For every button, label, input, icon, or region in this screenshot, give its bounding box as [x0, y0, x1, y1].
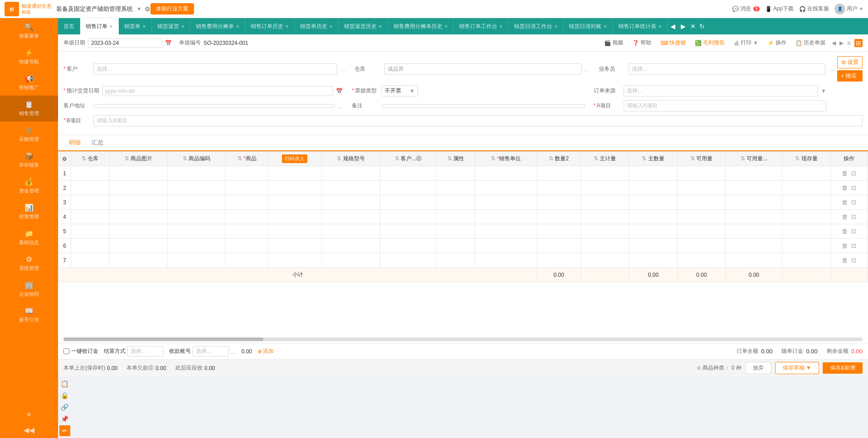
system-dropdown-icon[interactable]: ▼ [136, 6, 142, 12]
table-cell[interactable] [475, 224, 537, 239]
table-cell[interactable] [726, 224, 782, 239]
clerk-input[interactable]: 选择... [629, 63, 826, 75]
discard-btn[interactable]: 放弃 [745, 362, 771, 374]
sidebar-item-inventory[interactable]: 📦 库存核算 [0, 147, 58, 173]
table-cell[interactable] [475, 195, 537, 210]
save-new-btn[interactable]: 保存&新增 [823, 362, 863, 374]
table-cell[interactable] [71, 224, 110, 239]
add-logistics-btn[interactable]: + 物流 [837, 70, 863, 82]
table-cell[interactable] [226, 239, 268, 253]
delete-row-btn[interactable]: 🗑 [841, 241, 849, 250]
tab-cash-reconcile[interactable]: 钱货日清对账 ✕ [563, 18, 613, 34]
address-dots[interactable]: ... [337, 102, 343, 110]
table-cell[interactable] [380, 210, 436, 224]
copy-row-btn[interactable]: ⊡ [850, 241, 857, 250]
calendar-icon[interactable]: 📅 [165, 40, 172, 46]
table-cell[interactable] [71, 239, 110, 253]
order-source-input[interactable]: 选择... [624, 85, 819, 96]
rp-icon-3[interactable]: 🔗 [59, 402, 70, 413]
b-project-input[interactable]: 请输入B项目 [93, 115, 863, 126]
table-cell[interactable] [677, 210, 726, 224]
view-btn[interactable]: 🎬 视频 [601, 38, 626, 48]
table-cell[interactable] [322, 195, 380, 210]
table-cell[interactable] [436, 181, 475, 195]
account-select[interactable]: 选择... [193, 346, 229, 356]
sidebar-item-search[interactable]: 🔍 搜索菜单 [0, 18, 58, 44]
sidebar-item-guide[interactable]: 📖 新手引导 [0, 302, 58, 328]
table-cell[interactable] [109, 195, 167, 210]
tab-close-icon[interactable]: ✕ [329, 24, 333, 29]
account-dots[interactable]: ... [231, 348, 236, 355]
table-cell[interactable] [436, 195, 475, 210]
warehouse-dots[interactable]: ... [584, 65, 590, 72]
sidebar-item-quicknav[interactable]: ⚡ 快捷导航 [0, 44, 58, 70]
table-cell[interactable] [380, 253, 436, 268]
table-cell[interactable] [629, 195, 678, 210]
table-cell[interactable] [537, 239, 581, 253]
table-cell[interactable] [629, 210, 678, 224]
table-cell[interactable] [726, 239, 782, 253]
table-cell[interactable] [581, 253, 629, 268]
tab-sales-fee-history[interactable]: 销售费用分摊单历史 ✕ [388, 18, 454, 34]
sidebar-collapse-btn[interactable]: ◀◀ [0, 422, 58, 438]
tab-close-icon[interactable]: ✕ [378, 24, 382, 29]
table-cell[interactable] [168, 166, 226, 181]
tab-close-icon[interactable]: ✕ [444, 24, 448, 29]
settings-btn[interactable]: ⚙ 设置 [837, 56, 863, 68]
table-cell[interactable] [322, 239, 380, 253]
tab-close-icon[interactable]: ✕ [499, 24, 503, 29]
tab-close-icon[interactable]: ✕ [181, 24, 184, 29]
table-cell[interactable] [629, 166, 678, 181]
industry-btn[interactable]: 体验行业方案 [150, 3, 194, 14]
table-cell[interactable] [322, 210, 380, 224]
message-btn[interactable]: 💬 消息 9 [732, 5, 760, 13]
table-cell[interactable] [436, 166, 475, 181]
table-cell[interactable] [322, 224, 380, 239]
tab-close-icon[interactable]: ✕ [285, 24, 289, 29]
table-cell[interactable] [268, 195, 322, 210]
tab-close-icon[interactable]: ✕ [554, 24, 558, 29]
table-cell[interactable] [268, 166, 322, 181]
table-cell[interactable] [581, 181, 629, 195]
customer-input[interactable]: 选择... [93, 63, 337, 75]
table-cell[interactable] [71, 253, 110, 268]
tab-sales-order[interactable]: 销售订单 ✕ [80, 18, 119, 34]
sidebar-item-basic[interactable]: 📁 基础信息 [0, 225, 58, 250]
order-source-dropdown[interactable]: ▼ [821, 88, 826, 94]
tab-sales-return[interactable]: 销货单 ✕ [119, 18, 152, 34]
table-cell[interactable] [226, 166, 268, 181]
rp-icon-1[interactable]: 📋 [59, 378, 70, 389]
rp-icon-4[interactable]: 📌 [59, 414, 70, 424]
address-input[interactable] [93, 104, 335, 108]
table-cell[interactable] [268, 253, 322, 268]
tab-next-btn[interactable]: ▶ [678, 23, 689, 30]
table-cell[interactable] [475, 210, 537, 224]
table-cell[interactable] [168, 210, 226, 224]
table-cell[interactable] [537, 166, 581, 181]
nav-prev-icon[interactable]: ◀ [832, 40, 836, 46]
tab-close-icon[interactable]: ✕ [142, 24, 146, 29]
table-cell[interactable] [380, 224, 436, 239]
tab-sales-order-history[interactable]: 销售订单历史 ✕ [245, 18, 295, 34]
table-cell[interactable] [268, 181, 322, 195]
table-cell[interactable] [726, 195, 782, 210]
table-cell[interactable] [475, 166, 537, 181]
copy-row-btn[interactable]: ⊡ [850, 198, 857, 207]
table-cell[interactable] [380, 195, 436, 210]
table-cell[interactable] [726, 166, 782, 181]
sidebar-item-marketing[interactable]: 📢 营销推广 [0, 70, 58, 96]
table-cell[interactable] [581, 210, 629, 224]
table-cell[interactable] [322, 253, 380, 268]
tab-close-icon[interactable]: ✕ [658, 24, 662, 29]
table-cell[interactable] [168, 224, 226, 239]
delete-row-btn[interactable]: 🗑 [841, 169, 849, 178]
customer-dots[interactable]: ... [340, 65, 345, 72]
table-cell[interactable] [380, 181, 436, 195]
nav-next-icon[interactable]: ▶ [839, 40, 844, 46]
invoice-select[interactable]: 不开票 ▼ [382, 85, 418, 96]
table-cell[interactable] [581, 224, 629, 239]
shortcut-btn[interactable]: ⌨ 快捷键 [658, 38, 689, 48]
sidebar-item-sales[interactable]: 📋 销售管理 [0, 96, 58, 121]
table-cell[interactable] [71, 181, 110, 195]
table-cell[interactable] [168, 239, 226, 253]
